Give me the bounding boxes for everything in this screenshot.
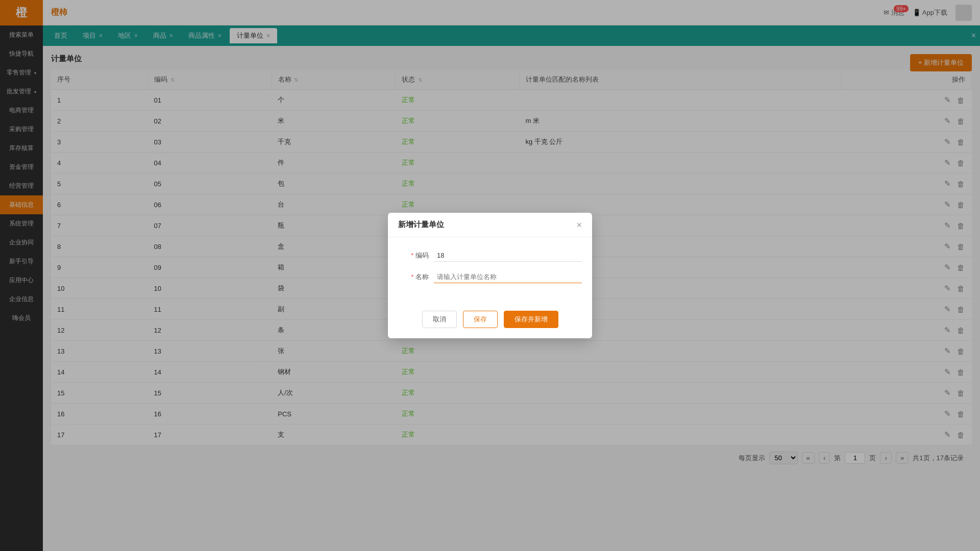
modal-overlay[interactable]: 新增计量单位 × * 编码 * 名称 取消 保存 保存并新增 <box>0 0 980 551</box>
required-mark-name: * <box>411 273 413 281</box>
add-unit-modal: 新增计量单位 × * 编码 * 名称 取消 保存 保存并新增 <box>388 213 592 338</box>
modal-header: 新增计量单位 × <box>388 213 592 237</box>
required-mark: * <box>411 252 413 259</box>
save-button[interactable]: 保存 <box>463 311 498 328</box>
code-label: * 编码 <box>398 251 429 260</box>
save-and-new-button[interactable]: 保存并新增 <box>504 311 558 328</box>
name-label: * 名称 <box>398 272 429 282</box>
modal-close-button[interactable]: × <box>576 220 582 230</box>
modal-body: * 编码 * 名称 <box>388 237 592 305</box>
modal-footer: 取消 保存 保存并新增 <box>388 305 592 338</box>
name-field-row: * 名称 <box>398 271 582 283</box>
name-input[interactable] <box>434 271 582 283</box>
cancel-button[interactable]: 取消 <box>422 311 457 328</box>
code-field-row: * 编码 <box>398 249 582 262</box>
modal-title: 新增计量单位 <box>398 220 444 230</box>
code-input[interactable] <box>434 249 582 262</box>
